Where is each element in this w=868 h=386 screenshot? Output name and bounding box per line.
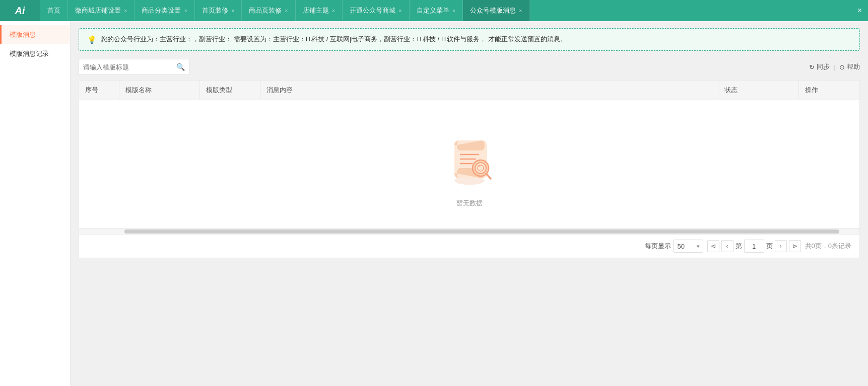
- nav-tab-label-1: 微商城店铺设置: [75, 6, 121, 15]
- page-label-post: 页: [766, 242, 773, 251]
- empty-state: 暂无数据: [79, 100, 859, 228]
- sidebar: 模版消息模版消息记录: [0, 21, 71, 386]
- svg-point-5: [475, 163, 486, 174]
- logo-text: Ai: [15, 5, 25, 17]
- chevron-down-icon: ▼: [696, 244, 701, 249]
- notice-banner: 💡 您的公众号行业为：主营行业：，副营行业： 需要设置为：主营行业：IT科技 /…: [79, 28, 860, 51]
- nav-tab-label-6: 开通公众号商城: [350, 6, 395, 15]
- notice-prefix: 您的公众号行业为：主营行业：，副营行业：: [101, 35, 232, 43]
- nav-tab-label-0: 首页: [47, 6, 60, 15]
- nav-tab-label-4: 商品页装修: [249, 6, 282, 15]
- notice-text: 您的公众号行业为：主营行业：，副营行业： 需要设置为：主营行业：IT科技 / 互…: [101, 35, 567, 44]
- total-info: 共0页，0条记录: [805, 242, 851, 251]
- search-input[interactable]: [83, 63, 176, 71]
- help-button[interactable]: ⊙ 帮助: [839, 62, 860, 71]
- col-status: 状态: [718, 81, 799, 100]
- page-number-input[interactable]: [744, 240, 764, 253]
- nav-tab-3[interactable]: 首页装修×: [195, 0, 242, 21]
- col-index: 序号: [79, 81, 119, 100]
- nav-tab-7[interactable]: 自定义菜单×: [410, 0, 463, 21]
- col-action: 操作: [799, 81, 859, 100]
- nav-tab-6[interactable]: 开通公众号商城×: [343, 0, 409, 21]
- toolbar-right: ↻ 同步 | ⊙ 帮助: [809, 62, 860, 71]
- nav-tab-close-6[interactable]: ×: [398, 8, 402, 14]
- top-nav: Ai 首页微商城店铺设置×商品分类设置×首页装修×商品页装修×店铺主题×开通公众…: [0, 0, 868, 21]
- col-name: 模版名称: [119, 81, 200, 100]
- nav-tab-4[interactable]: 商品页装修×: [242, 0, 295, 21]
- nav-tab-close-3[interactable]: ×: [231, 8, 234, 14]
- search-row: 🔍 ↻ 同步 | ⊙ 帮助: [79, 59, 860, 75]
- notice-icon: 💡: [87, 35, 97, 44]
- page-nav: ⊲ ‹ 第 页 › ⊳: [707, 240, 801, 253]
- svg-line-6: [486, 174, 491, 179]
- nav-tab-label-8: 公众号模版消息: [470, 6, 516, 15]
- nav-tab-1[interactable]: 微商城店铺设置×: [68, 0, 135, 21]
- nav-tab-close-8[interactable]: ×: [519, 8, 522, 14]
- help-label: 帮助: [847, 62, 860, 71]
- scrollbar-area[interactable]: [79, 228, 859, 234]
- nav-tab-label-5: 店铺主题: [303, 6, 329, 15]
- nav-tab-8[interactable]: 公众号模版消息×: [463, 0, 529, 21]
- main-layout: 模版消息模版消息记录 💡 您的公众号行业为：主营行业：，副营行业： 需要设置为：…: [0, 21, 868, 386]
- nav-tab-close-7[interactable]: ×: [452, 8, 455, 14]
- per-page-dropdown[interactable]: 50 ▼: [673, 240, 703, 253]
- notice-suffix: 才能正常发送预置的消息。: [488, 35, 567, 43]
- scrollbar-track[interactable]: [124, 229, 839, 234]
- nav-tab-2[interactable]: 商品分类设置×: [135, 0, 194, 21]
- nav-tab-close-1[interactable]: ×: [124, 8, 127, 14]
- per-page-label: 每页显示: [645, 242, 671, 251]
- sync-icon: ↻: [809, 63, 815, 71]
- search-box[interactable]: 🔍: [79, 59, 189, 75]
- sidebar-item-0[interactable]: 模版消息: [0, 25, 70, 44]
- sync-button[interactable]: ↻ 同步: [809, 62, 830, 71]
- col-type: 模版类型: [200, 81, 260, 100]
- nav-tab-close-2[interactable]: ×: [184, 8, 187, 14]
- col-content: 消息内容: [260, 81, 718, 100]
- nav-tab-label-2: 商品分类设置: [142, 6, 181, 15]
- main-content: 💡 您的公众号行业为：主营行业：，副营行业： 需要设置为：主营行业：IT科技 /…: [71, 21, 868, 386]
- table-container: 序号 模版名称 模版类型 消息内容 状态 操作: [79, 80, 860, 258]
- search-icon[interactable]: 🔍: [176, 63, 185, 71]
- next-page-button[interactable]: ›: [775, 240, 787, 252]
- per-page-value: 50: [678, 243, 685, 250]
- nav-tab-close-4[interactable]: ×: [285, 8, 288, 14]
- empty-illustration: [439, 130, 500, 191]
- sync-label: 同步: [817, 62, 830, 71]
- sidebar-menu: 模版消息模版消息记录: [0, 25, 70, 63]
- notice-highlight: 需要设置为：主营行业：IT科技 / 互联网|电子商务，副营行业：IT科技 / I…: [234, 35, 487, 43]
- toolbar-divider: |: [834, 63, 835, 71]
- sidebar-item-1[interactable]: 模版消息记录: [0, 44, 70, 63]
- help-icon: ⊙: [839, 63, 845, 71]
- last-page-button[interactable]: ⊳: [789, 240, 801, 252]
- nav-tab-close-5[interactable]: ×: [332, 8, 335, 14]
- prev-page-button[interactable]: ‹: [721, 240, 733, 252]
- first-page-button[interactable]: ⊲: [707, 240, 719, 252]
- logo: Ai: [0, 0, 40, 21]
- table-header: 序号 模版名称 模版类型 消息内容 状态 操作: [79, 81, 859, 100]
- nav-tab-label-7: 自定义菜单: [417, 6, 449, 15]
- nav-tab-5[interactable]: 店铺主题×: [296, 0, 343, 21]
- page-label-pre: 第: [736, 242, 742, 251]
- nav-tab-label-3: 首页装修: [202, 6, 228, 15]
- nav-tabs-container: 首页微商城店铺设置×商品分类设置×首页装修×商品页装修×店铺主题×开通公众号商城…: [40, 0, 851, 21]
- close-all-button[interactable]: ×: [851, 0, 868, 21]
- nav-tab-0[interactable]: 首页: [40, 0, 68, 21]
- page-size-select: 每页显示 50 ▼: [645, 240, 703, 253]
- empty-text: 暂无数据: [456, 199, 483, 208]
- pagination: 每页显示 50 ▼ ⊲ ‹ 第 页 › ⊳ 共0页，0条记录: [79, 234, 859, 258]
